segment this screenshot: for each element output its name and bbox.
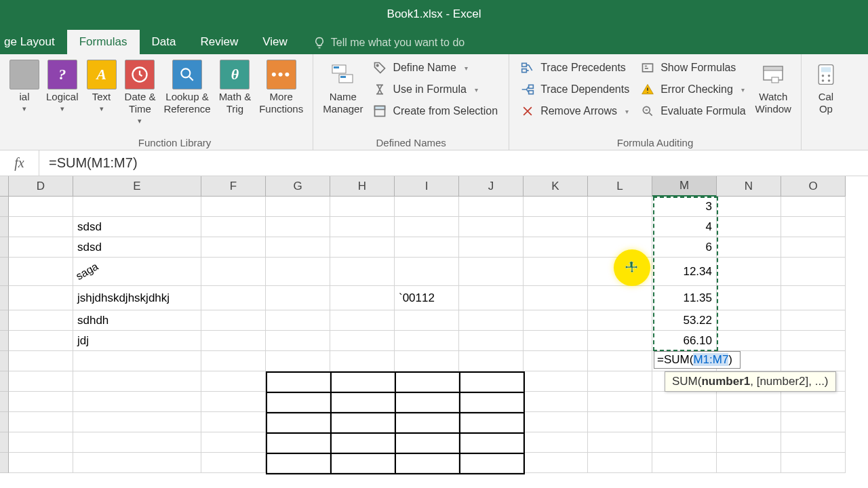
cell[interactable]	[395, 237, 459, 258]
cell[interactable]	[330, 286, 395, 310]
cell[interactable]	[266, 351, 330, 371]
cell[interactable]	[717, 217, 781, 237]
cell[interactable]	[717, 286, 781, 310]
cell-E4[interactable]: saga	[73, 258, 201, 286]
tab-page-layout[interactable]: ge Layout	[0, 30, 67, 54]
col-header-J[interactable]: J	[459, 176, 524, 197]
cell[interactable]	[717, 331, 781, 351]
cell[interactable]	[266, 217, 330, 237]
cell-M3[interactable]: 6	[652, 237, 717, 258]
cell-M2[interactable]: 4	[652, 217, 717, 237]
calculation-options-button[interactable]: Cal Op	[808, 58, 844, 117]
cell[interactable]	[588, 412, 652, 432]
cell[interactable]	[201, 392, 266, 412]
cell[interactable]	[201, 412, 266, 432]
cell[interactable]	[201, 286, 266, 310]
cell[interactable]	[266, 258, 330, 286]
cell[interactable]	[524, 432, 588, 453]
cell[interactable]	[459, 331, 524, 351]
cell[interactable]	[524, 197, 588, 217]
cell-I5[interactable]: `00112	[395, 286, 459, 310]
cell[interactable]	[588, 351, 652, 371]
date-time-button[interactable]: Date & Time ▾	[122, 58, 159, 127]
cell[interactable]	[9, 351, 73, 371]
cell[interactable]	[73, 412, 201, 432]
cell[interactable]	[330, 217, 395, 237]
cell[interactable]	[9, 432, 73, 453]
col-header-L[interactable]: L	[588, 176, 652, 197]
text-button[interactable]: A Text ▾	[84, 58, 119, 115]
cell[interactable]	[588, 217, 652, 237]
cell-editor[interactable]: =SUM(M1:M7)	[654, 351, 741, 369]
cell[interactable]	[781, 432, 846, 453]
cell[interactable]	[652, 392, 717, 412]
cell[interactable]	[73, 197, 201, 217]
cell[interactable]	[459, 286, 524, 310]
cell[interactable]	[9, 310, 73, 331]
tab-view[interactable]: View	[250, 30, 300, 54]
cell[interactable]	[652, 432, 717, 453]
cell[interactable]	[524, 310, 588, 331]
cell[interactable]	[781, 392, 846, 412]
col-header-F[interactable]: F	[201, 176, 266, 197]
cell-E5[interactable]: jshjdhskdjhskjdhkj	[73, 286, 201, 310]
cell[interactable]	[781, 286, 846, 310]
cell[interactable]	[652, 453, 717, 473]
cell[interactable]	[73, 392, 201, 412]
cell[interactable]	[330, 258, 395, 286]
remove-arrows-button[interactable]: Remove Arrows ▾	[516, 102, 633, 121]
evaluate-formula-button[interactable]: Evaluate Formula	[636, 102, 749, 121]
cell[interactable]	[9, 453, 73, 473]
error-checking-button[interactable]: Error Checking ▾	[636, 80, 749, 99]
cell[interactable]	[201, 351, 266, 371]
col-header-G[interactable]: G	[266, 176, 330, 197]
cell[interactable]	[9, 331, 73, 351]
cell[interactable]	[330, 331, 395, 351]
cell[interactable]	[201, 453, 266, 473]
cell[interactable]	[588, 331, 652, 351]
cell[interactable]	[9, 237, 73, 258]
cell[interactable]	[330, 237, 395, 258]
cell[interactable]	[330, 197, 395, 217]
cell[interactable]	[459, 217, 524, 237]
cell[interactable]	[781, 237, 846, 258]
math-trig-button[interactable]: θ Math & Trig	[216, 58, 254, 117]
col-header-I[interactable]: I	[395, 176, 459, 197]
define-name-button[interactable]: Define Name ▾	[368, 58, 502, 77]
cell[interactable]	[524, 217, 588, 237]
cell[interactable]	[201, 331, 266, 351]
cell[interactable]	[395, 197, 459, 217]
col-header-M[interactable]: M	[652, 176, 717, 197]
col-header-H[interactable]: H	[330, 176, 395, 197]
cell-M4[interactable]: 12.34	[652, 258, 717, 286]
cell[interactable]	[524, 392, 588, 412]
cell[interactable]	[73, 453, 201, 473]
cell[interactable]	[73, 432, 201, 453]
cell[interactable]	[266, 286, 330, 310]
cell[interactable]	[9, 217, 73, 237]
cell[interactable]	[201, 217, 266, 237]
cell[interactable]	[459, 197, 524, 217]
tell-me-search[interactable]: Tell me what you want to do	[313, 31, 465, 54]
tab-data[interactable]: Data	[140, 30, 189, 54]
cell[interactable]	[781, 217, 846, 237]
cell[interactable]	[330, 351, 395, 371]
cell[interactable]	[9, 371, 73, 392]
cell[interactable]	[524, 351, 588, 371]
cell[interactable]	[524, 237, 588, 258]
cell[interactable]	[201, 371, 266, 392]
cell[interactable]	[524, 412, 588, 432]
cell[interactable]	[781, 453, 846, 473]
cell-M7[interactable]: 66.10	[652, 331, 717, 351]
trace-precedents-button[interactable]: Trace Precedents	[516, 58, 633, 77]
cell[interactable]	[717, 197, 781, 217]
cell[interactable]	[717, 412, 781, 432]
cell[interactable]	[201, 432, 266, 453]
cell[interactable]	[781, 258, 846, 286]
cell[interactable]	[395, 310, 459, 331]
cell[interactable]	[330, 310, 395, 331]
cell[interactable]	[9, 258, 73, 286]
cell[interactable]	[201, 237, 266, 258]
cell[interactable]	[459, 351, 524, 371]
cell[interactable]	[395, 258, 459, 286]
